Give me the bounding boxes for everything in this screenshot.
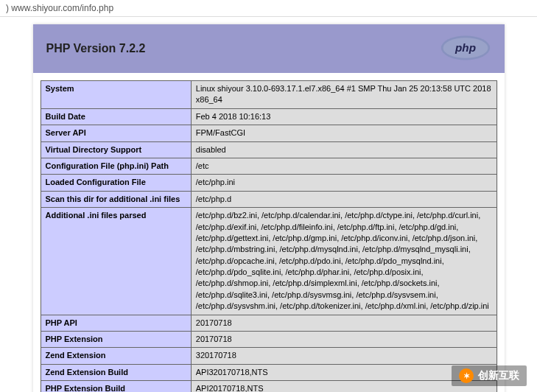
table-row: Configuration File (php.ini) Path/etc — [41, 158, 496, 174]
table-row: Server APIFPM/FastCGI — [41, 125, 496, 141]
row-value: Linux shiyour 3.10.0-693.17.1.el7.x86_64… — [191, 81, 496, 109]
table-row: PHP Extension BuildAPI20170718,NTS — [41, 381, 496, 392]
php-logo-icon: php — [440, 35, 491, 63]
table-row: Loaded Configuration File/etc/php.ini — [41, 175, 496, 191]
table-row: Build DateFeb 4 2018 10:16:13 — [41, 108, 496, 125]
row-label: Zend Extension — [41, 348, 191, 364]
row-value: 20170718 — [191, 332, 496, 348]
table-row: Zend Extension320170718 — [41, 348, 496, 364]
phpinfo-table: SystemLinux shiyour 3.10.0-693.17.1.el7.… — [41, 80, 497, 392]
row-value: /etc/php.d/bz2.ini, /etc/php.d/calendar.… — [191, 208, 496, 315]
row-value: API20170718,NTS — [191, 381, 496, 392]
row-label: Zend Extension Build — [41, 364, 191, 380]
table-row: Additional .ini files parsed/etc/php.d/b… — [41, 208, 496, 315]
phpinfo-tbody: SystemLinux shiyour 3.10.0-693.17.1.el7.… — [41, 81, 496, 393]
phpinfo-page: PHP Version 7.2.2 php SystemLinux shiyou… — [33, 24, 505, 392]
row-value: API320170718,NTS — [191, 364, 496, 380]
row-value: 320170718 — [191, 348, 496, 364]
table-row: PHP API20170718 — [41, 315, 496, 331]
row-label: Loaded Configuration File — [41, 175, 191, 191]
row-label: System — [41, 81, 191, 109]
row-label: Build Date — [41, 108, 191, 125]
row-label: Additional .ini files parsed — [41, 208, 191, 315]
row-value: disabled — [191, 141, 496, 158]
row-value: 20170718 — [191, 315, 496, 331]
row-label: PHP Extension Build — [41, 381, 191, 392]
row-label: Server API — [41, 125, 191, 141]
page-title: PHP Version 7.2.2 — [46, 42, 146, 55]
table-row: SystemLinux shiyour 3.10.0-693.17.1.el7.… — [41, 81, 496, 109]
watermark-text: 创新互联 — [478, 369, 519, 382]
phpinfo-header: PHP Version 7.2.2 php — [33, 24, 505, 73]
row-label: Virtual Directory Support — [41, 141, 191, 158]
row-value: Feb 4 2018 10:16:13 — [191, 108, 496, 125]
row-value: /etc/php.ini — [191, 175, 496, 191]
row-label: Scan this dir for additional .ini files — [41, 191, 191, 207]
phpinfo-content: SystemLinux shiyour 3.10.0-693.17.1.el7.… — [33, 73, 505, 392]
row-value: FPM/FastCGI — [191, 125, 496, 141]
svg-text:php: php — [454, 41, 476, 54]
row-value: /etc/php.d — [191, 191, 496, 207]
row-label: PHP Extension — [41, 332, 191, 348]
row-label: Configuration File (php.ini) Path — [41, 158, 191, 174]
browser-url-bar[interactable]: ) www.shiyour.com/info.php — [0, 0, 537, 17]
table-row: Virtual Directory Supportdisabled — [41, 141, 496, 158]
table-row: PHP Extension20170718 — [41, 332, 496, 348]
watermark-logo-icon: ✶ — [459, 368, 474, 383]
row-value: /etc — [191, 158, 496, 174]
url-text: ) www.shiyour.com/info.php — [6, 3, 113, 13]
row-label: PHP API — [41, 315, 191, 331]
table-row: Zend Extension BuildAPI320170718,NTS — [41, 364, 496, 380]
table-row: Scan this dir for additional .ini files/… — [41, 191, 496, 207]
watermark: ✶ 创新互联 — [452, 365, 527, 386]
